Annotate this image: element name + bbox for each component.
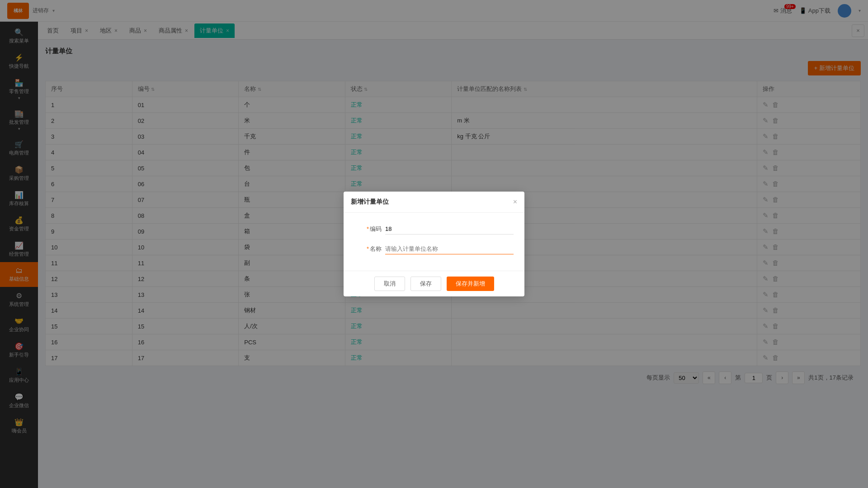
name-label: *名称 — [354, 245, 382, 253]
modal-close-btn[interactable]: × — [513, 198, 517, 206]
form-row-code: *编码 — [354, 224, 514, 235]
required-star-code: * — [367, 225, 369, 232]
modal-footer: 取消 保存 保存并新增 — [344, 271, 524, 296]
modal-dialog: 新增计量单位 × *编码 *名称 取消 保存 保存并新增 — [344, 192, 524, 296]
save-button[interactable]: 保存 — [410, 277, 441, 291]
code-input[interactable] — [385, 224, 514, 235]
cancel-button[interactable]: 取消 — [374, 277, 405, 291]
form-row-name: *名称 — [354, 244, 514, 254]
modal-body: *编码 *名称 — [344, 213, 524, 271]
save-and-new-button[interactable]: 保存并新增 — [447, 277, 494, 291]
required-star-name: * — [367, 245, 369, 252]
modal-header: 新增计量单位 × — [344, 192, 524, 213]
modal-title: 新增计量单位 — [351, 198, 389, 206]
name-input[interactable] — [385, 244, 514, 254]
code-label: *编码 — [354, 225, 382, 233]
modal-overlay[interactable]: 新增计量单位 × *编码 *名称 取消 保存 保存并新增 — [0, 0, 868, 488]
